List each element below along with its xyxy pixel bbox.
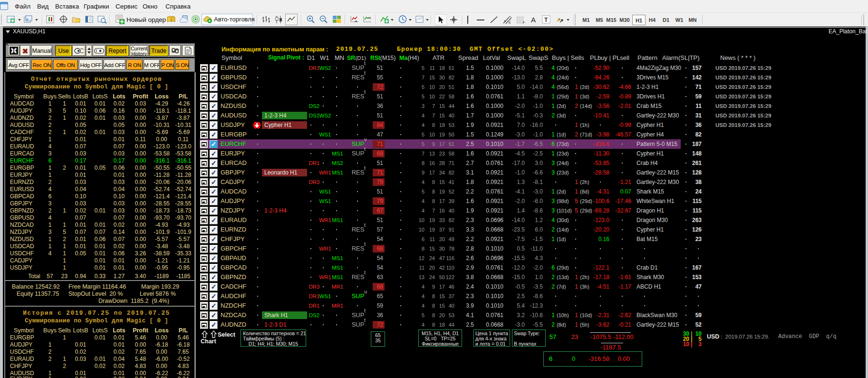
svg-text:F: F <box>523 21 525 24</box>
svg-text:T: T <box>544 17 548 23</box>
svg-text:E: E <box>509 21 511 24</box>
